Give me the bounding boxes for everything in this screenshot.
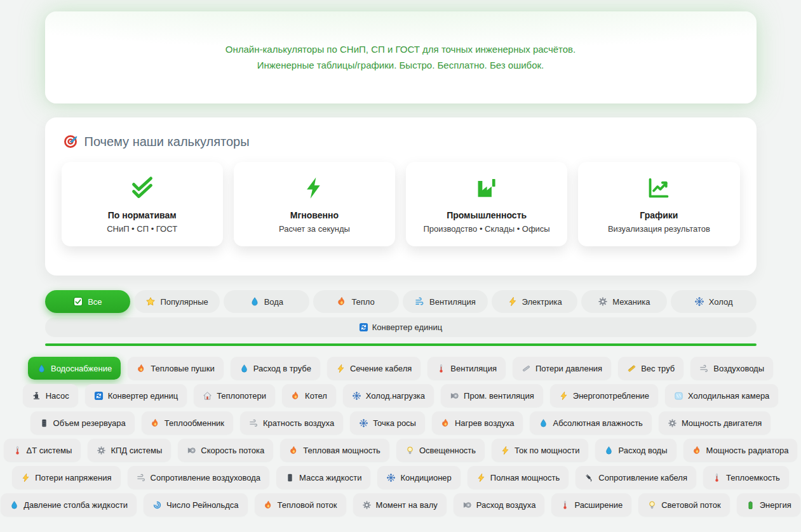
calculator-chip[interactable]: Воздуховоды [690,357,773,380]
calculator-chip[interactable]: Холод.нагрузка [343,384,434,407]
flame-icon [289,446,299,455]
calculator-chip[interactable]: Водоснабжение [28,357,121,380]
filter-label: Механика [612,297,650,307]
calculator-chip[interactable]: КПД системы [88,439,171,462]
calculator-chip[interactable]: Потери давления [513,357,611,380]
feature-subtitle: Расчет за секунды [240,224,389,234]
calculator-chip[interactable]: Расход в трубе [231,357,320,380]
calculator-chip[interactable]: Теплопотери [194,384,275,407]
calculator-chip[interactable]: Энергопотребление [550,384,658,407]
calculator-chip[interactable]: Полная мощность [468,466,569,489]
calculator-chip[interactable]: Насос [23,384,78,407]
chip-label: Момент на валу [376,500,438,510]
calculator-chip[interactable]: Скорость потока [178,439,273,462]
calculator-chip[interactable]: Энергия [737,493,800,516]
thermometer-icon [436,364,446,373]
calculator-chip[interactable]: Кондиционер [377,466,460,489]
calculator-chip[interactable]: Нагрев воздуха [432,411,523,434]
chip-label: Тепловые пушки [151,364,214,373]
calculator-chip[interactable]: Расширение [551,493,631,516]
calculator-chip[interactable]: Освещенность [396,439,485,462]
calculator-chip[interactable]: Котел [282,384,336,407]
filter-label: Популярные [160,297,208,307]
hero-line-1: Онлайн-калькуляторы по СНиП, СП и ГОСТ д… [225,42,576,57]
chip-label: Теплоемкость [726,473,780,482]
pump-icon [32,391,41,401]
hero-card: Онлайн-калькуляторы по СНиП, СП и ГОСТ д… [45,11,757,103]
calculator-chip[interactable]: Ток по мощности [492,439,588,462]
gear-icon [598,296,608,307]
filter-button[interactable]: Вентиляция [403,290,488,313]
chip-label: Вентиляция [450,364,497,373]
filter-button[interactable]: Популярные [134,290,220,313]
chip-label: Сопротивление воздуховода [151,473,260,482]
calculator-chip[interactable]: Теплообменник [142,411,233,434]
calculator-chip[interactable]: Вентиляция [427,357,506,380]
chip-label: Мощность радиатора [706,446,789,455]
calculator-chip[interactable]: Момент на валу [353,493,447,516]
double-check-icon [130,176,154,200]
calculator-chip[interactable]: Число Рейнольдса [144,493,247,516]
calculator-chip[interactable]: Мощность радиатора [683,439,798,462]
filter-button[interactable]: Вода [224,290,309,313]
calculator-chip[interactable]: Конвертер единиц [85,384,187,407]
flame-icon [137,364,146,373]
filter-label: Все [88,297,102,307]
calculator-chip[interactable]: Холодильная камера [665,384,778,407]
calculator-chip[interactable]: Расход воды [595,439,676,462]
factory-icon [475,176,499,200]
filter-button[interactable]: Тепло [313,290,399,313]
chip-label: КПД системы [111,446,162,455]
calculator-chip[interactable]: Сопротивление кабеля [576,466,696,489]
calculator-chip[interactable]: Теплоемкость [703,466,789,489]
calculator-chip[interactable]: Вес труб [618,357,683,380]
calculator-chips: ВодоснабжениеТепловые пушкиРасход в труб… [45,357,757,516]
filter-button[interactable]: Электрика [492,290,577,313]
chip-row: НасосКонвертер единицТеплопотериКотелХол… [45,384,757,407]
lightning-icon [21,473,30,482]
hero-line-2: Инженерные таблицы/графики. Быстро. Бесп… [257,58,544,73]
chip-row: Объем резервуараТеплообменникКратность в… [45,411,757,434]
filter-button[interactable]: Холод [671,290,757,313]
calculator-chip[interactable]: ΔТ системы [4,439,81,462]
chip-row: ΔТ системыКПД системыСкорость потокаТепл… [45,439,757,462]
feature-subtitle: Производство • Склады • Офисы [412,224,561,234]
calculator-chip[interactable]: Световой поток [638,493,730,516]
unit-converter-button[interactable]: Конвертер единиц [45,317,757,337]
chip-label: Нагрев воздуха [455,418,515,428]
thermometer-icon [712,473,722,482]
calculator-chip[interactable]: Объем резервуара [30,411,135,434]
pipe-icon [522,364,531,373]
calculator-chip[interactable]: Кратность воздуха [240,411,343,434]
plug-icon [584,473,594,482]
feature-subtitle: СНиП • СП • ГОСТ [68,224,217,234]
calculator-chip[interactable]: Точка росы [350,411,425,434]
feature-subtitle: Визуализация результатов [584,224,733,234]
page-container: Онлайн-калькуляторы по СНиП, СП и ГОСТ д… [45,0,757,516]
thermometer-icon [560,500,570,510]
calculator-chip[interactable]: Потери напряжения [12,466,120,489]
calculator-chip[interactable]: Сопротивление воздуховода [128,466,269,489]
chip-label: Число Рейнольдса [166,500,238,510]
water-drop-icon [539,418,548,428]
calculator-chip[interactable]: Пром. вентиляция [441,384,543,407]
filter-button[interactable]: Все [45,290,131,313]
calculator-chip[interactable]: Тепловая мощность [280,439,389,462]
calculator-chip[interactable]: Сечение кабеля [327,357,421,380]
feature-cards: По нормативамСНиП • СП • ГОСТМгновенноРа… [62,162,740,246]
fan-icon [187,446,196,455]
calculator-chip[interactable]: Тепловые пушки [128,357,223,380]
filter-label: Вентиляция [429,297,476,307]
chip-label: Тепловой поток [278,500,337,510]
calculator-chip[interactable]: Тепловой поток [255,493,346,516]
filter-button[interactable]: Механика [581,290,667,313]
chip-label: Объем резервуара [53,418,126,428]
fan-icon [462,500,472,510]
chip-label: Расход в трубе [253,364,311,373]
calculator-chip[interactable]: Давление столба жидкости [1,493,137,516]
chip-label: Масса жидкости [299,473,361,482]
calculator-chip[interactable]: Масса жидкости [276,466,370,489]
calculator-chip[interactable]: Абсолютная влажность [530,411,651,434]
calculator-chip[interactable]: Мощность двигателя [659,411,771,434]
calculator-chip[interactable]: Расход воздуха [454,493,545,516]
